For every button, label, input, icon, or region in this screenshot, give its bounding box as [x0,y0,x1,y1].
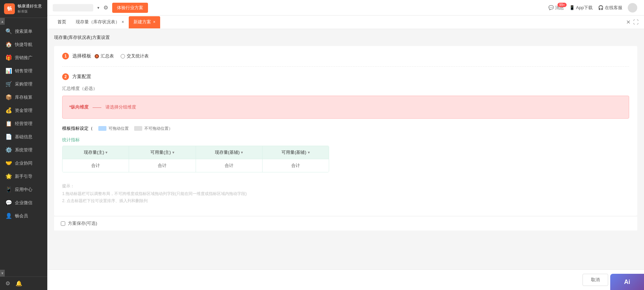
sidebar-label-finance: 资金管理 [15,107,32,114]
col-available-main-arrow[interactable]: ▾ [172,150,174,155]
template-radio-group: 汇总表 交叉统计表 [95,53,149,59]
scroll-up-arrow[interactable]: ▲ [0,18,5,25]
sidebar-item-marketing[interactable]: 🎁 营销推广 [0,51,47,64]
tab-inventory-status[interactable]: 现存量（库存状况表） × [71,16,129,29]
movable-toggle: 可拖动位置 [98,126,129,131]
user-avatar-area[interactable] [628,3,639,13]
newbie-icon: 🌟 [5,173,12,179]
sidebar-item-inventory[interactable]: 📦 库存核算 [0,91,47,104]
unmovable-color-box [134,126,142,131]
topbar: ▾ ⚙ 体验行业方案 💬 消息 99+ 📱 App下载 🎧 在线客服 [47,0,644,16]
tips-item-1: 2. 点击标题栏下拉可设置排序、插入列和删除列 [62,198,629,204]
bottom-bar: 取消 查询 [47,269,644,290]
step2-number: 2 [62,73,69,80]
sidebar-item-wechat[interactable]: 💬 企业微信 [0,196,47,209]
movable-color-box [98,126,106,131]
operations-icon: 📋 [5,120,12,127]
sound-icon[interactable]: 🔔 [16,280,22,287]
sidebar-label-search: 搜索菜单 [15,28,32,34]
messages-badge: 99+ [558,3,567,7]
col-available-aux-label: 可用量(基辅) [281,149,306,155]
radio-summary[interactable]: 汇总表 [95,53,114,59]
sidebar-scroll-up-btn[interactable]: ▲ [0,18,5,25]
sidebar-label-wechat: 企业微信 [15,200,32,206]
col-current-main-arrow[interactable]: ▾ [105,150,107,155]
sidebar-item-cooperation[interactable]: 🤝 企业协同 [0,156,47,170]
col-current-aux-arrow[interactable]: ▾ [241,150,243,155]
save-checkbox[interactable] [61,221,65,226]
radio-cross[interactable]: 交叉统计表 [121,53,149,59]
sidebar-scroll-down-btn[interactable]: ▼ [0,270,5,276]
cell-2: 合计 [196,159,263,172]
sidebar-item-apps[interactable]: 📱 应用中心 [0,183,47,196]
tab-inventory-close[interactable]: × [122,20,124,24]
sidebar-label-operations: 经营管理 [15,121,32,127]
marketing-icon: 🎁 [5,54,12,61]
try-industry-button[interactable]: 体验行业方案 [112,3,148,13]
tips-item-0: 1.拖动标题栏可以调整布局，不可跨维度或指标区域拖动列字段(只能在同一维度或指标… [62,191,629,197]
tips-section: 提示： 1.拖动标题栏可以调整布局，不可跨维度或指标区域拖动列字段(只能在同一维… [62,179,629,209]
tabs-bar: 首页 现存量（库存状况表） × 新建方案 × ✕ ⛶ [47,16,644,29]
cancel-button[interactable]: 取消 [583,274,608,286]
tab-home[interactable]: 首页 [53,16,71,29]
sidebar-label-shortcut: 快捷导航 [15,42,32,48]
sidebar-item-member[interactable]: 👤 畅会员 [0,209,47,222]
sidebar-item-system[interactable]: ⚙️ 系统管理 [0,143,47,156]
online-service-button[interactable]: 🎧 在线客服 [598,5,622,11]
tab-new-plan-close[interactable]: × [153,20,155,24]
sidebar-item-search[interactable]: 🔍 搜索菜单 [0,25,47,38]
search-input[interactable] [53,4,93,11]
col-current-aux[interactable]: 现存量(基辅) ▾ [196,146,263,159]
ai-float-button[interactable]: Ai [610,274,644,290]
window-expand-icon[interactable]: ⛶ [633,19,639,25]
step1-header: 1 选择模板 汇总表 交叉统计表 [62,53,629,59]
stats-table-body: 合计 合计 合计 合计 [63,159,329,172]
sidebar-item-newbie[interactable]: 🌟 新手引导 [0,170,47,183]
headset-icon: 🎧 [598,5,603,10]
window-close-icon[interactable]: ✕ [626,19,630,25]
cooperation-icon: 🤝 [5,160,12,166]
sidebar-item-finance[interactable]: 💰 资金管理 [0,104,47,117]
basic-icon: 📄 [5,134,12,140]
sidebar-label-sales: 销售管理 [15,68,32,74]
tab-new-plan[interactable]: 新建方案 × [129,16,160,28]
sidebar-label-member: 畅会员 [15,213,28,219]
tab-inventory-label: 现存量（库存状况表） [76,19,120,25]
sidebar-item-sales[interactable]: 📊 销售管理 [0,64,47,77]
app-name: 畅康通好生意 [18,4,42,9]
col-available-aux-arrow[interactable]: ▾ [308,150,310,155]
scroll-down-arrow[interactable]: ▼ [0,270,5,276]
sidebar-item-basic[interactable]: 📄 基础信息 [0,130,47,143]
settings-icon[interactable]: ⚙ [5,280,10,287]
step1-number: 1 [62,53,69,59]
avatar [628,3,637,13]
search-icon: 🔍 [5,28,12,34]
stats-section-title: 统计指标 [62,137,629,143]
settings-card: 1 选择模板 汇总表 交叉统计表 2 方案配置 [54,46,637,216]
radio-summary-input[interactable] [95,54,99,58]
radio-summary-label: 汇总表 [101,53,114,59]
col-available-aux[interactable]: 可用量(基辅) ▾ [263,146,329,159]
messages-button[interactable]: 💬 消息 99+ [548,5,564,11]
radio-cross-input[interactable] [121,54,125,58]
topbar-gear-icon[interactable]: ⚙ [103,4,108,11]
topbar-dropdown-icon[interactable]: ▾ [97,5,99,10]
col-current-main[interactable]: 现存量(主) ▾ [63,146,129,159]
sidebar: 畅 畅康通好生意 标准版 ▲ 🔍 搜索菜单 🏠 快捷导航 🎁 营销推广 📊 销售… [0,0,47,290]
sidebar-logo: 畅 畅康通好生意 标准版 [0,0,47,18]
sidebar-item-shortcut[interactable]: 🏠 快捷导航 [0,38,47,51]
sidebar-label-purchase: 采购管理 [15,81,32,87]
inventory-icon: 📦 [5,94,12,100]
sidebar-label-cooperation: 企业协同 [15,160,32,166]
app-download-button[interactable]: 📱 App下载 [569,5,593,11]
sidebar-label-system: 系统管理 [15,147,32,153]
sidebar-item-operations[interactable]: 📋 经营管理 [0,117,47,130]
col-available-main[interactable]: 可用量(主) ▾ [129,146,196,159]
online-service-label: 在线客服 [605,5,622,11]
sidebar-item-purchase[interactable]: 🛒 采购管理 [0,77,47,91]
indicator-section-title: 模板指标设定（ [62,125,93,131]
sales-icon: 📊 [5,68,12,74]
sidebar-footer: ⚙ 🔔 [0,276,47,290]
phone-icon: 📱 [569,5,575,10]
dimension-box[interactable]: *纵向维度 —— 请选择分组维度 [62,96,629,119]
